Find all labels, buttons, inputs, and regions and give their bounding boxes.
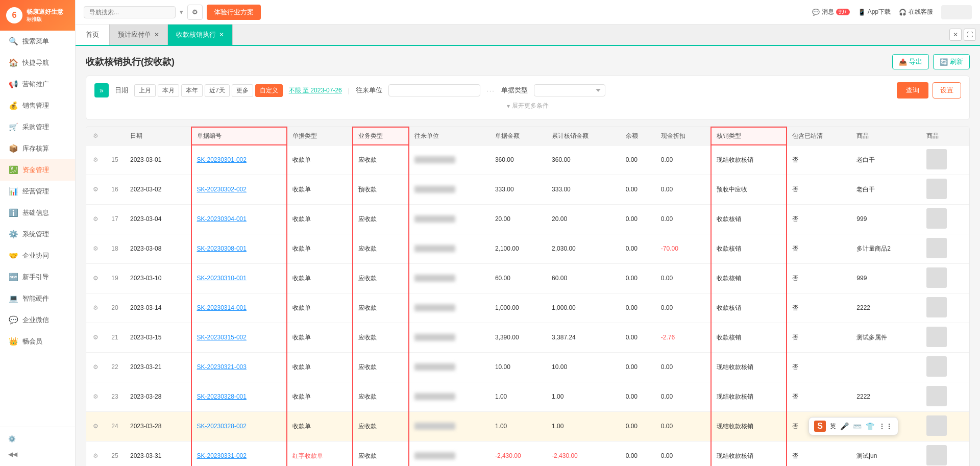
row-doc-no[interactable]: SK-20230301-002 [191,145,287,175]
app-download-button[interactable]: 📱 App下载 [858,8,891,16]
breadcrumb-input[interactable] [84,6,176,18]
filter-date-buttons: 上月 本月 本年 近7天 更多 自定义 [134,84,283,97]
filter-date-last-month[interactable]: 上月 [134,84,156,97]
filter-partner-input[interactable] [388,84,480,96]
row-doc-no[interactable]: SK-20230310-001 [191,263,287,293]
row-doc-no[interactable]: SK-20230328-002 [191,411,287,441]
table-wrapper: ⚙ 日期 单据编号 单据类型 业务类型 往来单位 单据金额 累计核销金额 余额 … [86,127,969,466]
sogou-shirt-icon[interactable]: 👕 [866,422,874,430]
sidebar-item-operation[interactable]: 📊 经营管理 [0,181,75,202]
column-settings-icon[interactable]: ⚙ [93,132,99,139]
sidebar-item-finance[interactable]: 💹 资金管理 [0,159,75,181]
sidebar-collapse-btn[interactable]: ◀◀ [0,447,75,462]
th-biz-type: 业务类型 [353,127,409,145]
sidebar-item-vip[interactable]: 👑 畅会员 [0,331,75,352]
filter-date-7days[interactable]: 近7天 [205,84,230,97]
sidebar-settings-btn[interactable]: ⚙️ [0,431,75,447]
sogou-mic-icon[interactable]: 🎤 [840,422,849,430]
row-biz-type: 应收款 [353,234,409,263]
doc-no-link[interactable]: SK-20230328-002 [197,423,247,430]
message-button[interactable]: 💬 消息 99+ [812,8,850,16]
sogou-keyboard-icon[interactable]: ⌨️ [853,422,862,430]
sidebar-item-quicknav[interactable]: 🏠 快捷导航 [0,52,75,73]
doc-no-link[interactable]: SK-20230302-002 [197,186,247,193]
row-gear[interactable]: ⚙ [86,293,105,323]
doc-no-link[interactable]: SK-20230301-002 [197,156,247,163]
gear-button[interactable]: ⚙ [187,5,203,20]
th-amount: 单据金额 [490,127,547,145]
table-row: ⚙ 19 2023-03-10 SK-20230310-001 收款单 应收款 … [86,263,969,293]
sogou-apps-icon[interactable]: ⋮⋮ [878,422,893,430]
vip-icon: 👑 [8,337,18,346]
row-amount: 333.00 [490,175,547,204]
expand-more-button[interactable]: ▾ 展开更多条件 [507,102,549,110]
row-doc-no[interactable]: SK-20230302-002 [191,175,287,204]
tab-collection-close[interactable]: ✕ [219,31,224,38]
row-gear[interactable]: ⚙ [86,382,105,411]
filter-date-custom[interactable]: 自定义 [255,84,283,97]
sidebar-item-hardware[interactable]: 💻 智能硬件 [0,288,75,309]
filter-settings-button[interactable]: 设置 [933,82,961,99]
sidebar-label-corp: 企业协同 [22,251,49,260]
row-doc-no[interactable]: SK-20230314-001 [191,293,287,323]
row-biz-type: 应收款 [353,323,409,352]
doc-no-link[interactable]: SK-20230304-001 [197,215,247,223]
th-cum-amount: 累计核销金额 [547,127,621,145]
tab-home[interactable]: 首页 [76,24,110,45]
row-gear[interactable]: ⚙ [86,352,105,382]
doc-no-link[interactable]: SK-20230331-002 [197,452,247,459]
row-doc-no[interactable]: SK-20230315-002 [191,323,287,352]
sidebar-item-search[interactable]: 🔍 搜索菜单 [0,31,75,52]
tab-collection[interactable]: 收款核销执行 ✕ [168,24,233,45]
row-doc-no[interactable]: SK-20230328-001 [191,382,287,411]
filter-date-more[interactable]: 更多 [232,84,253,97]
row-doc-no[interactable]: SK-20230321-003 [191,352,287,382]
sidebar-item-marketing[interactable]: 📢 营销推广 [0,73,75,95]
doc-no-link[interactable]: SK-20230328-001 [197,393,247,400]
tab-receivable-label: 预计应付单 [118,30,151,39]
tab-fullscreen-button[interactable]: ⛶ [964,29,976,41]
row-gear[interactable]: ⚙ [86,175,105,204]
sidebar-item-basic[interactable]: ℹ️ 基础信息 [0,202,75,224]
tab-close-all-button[interactable]: ✕ [949,29,962,41]
row-gear[interactable]: ⚙ [86,263,105,293]
service-button[interactable]: 🎧 在线客服 [899,8,933,16]
sidebar-item-guide[interactable]: 🆕 新手引导 [0,266,75,288]
row-doc-no[interactable]: SK-20230304-001 [191,204,287,234]
sidebar-item-wechat[interactable]: 💬 企业微信 [0,309,75,331]
query-button[interactable]: 查询 [897,82,928,99]
sidebar-item-inventory[interactable]: 📦 库存核算 [0,138,75,159]
row-gear[interactable]: ⚙ [86,323,105,352]
tab-receivable[interactable]: 预计应付单 ✕ [110,24,168,45]
industry-solution-button[interactable]: 体验行业方案 [207,5,261,20]
sidebar-item-corp[interactable]: 🤝 企业协同 [0,245,75,266]
row-include-settled: 否 [787,145,851,175]
doc-no-link[interactable]: SK-20230310-001 [197,275,247,282]
doc-no-link[interactable]: SK-20230315-002 [197,334,247,341]
export-icon: 📤 [899,58,907,66]
filter-date-this-month[interactable]: 本月 [158,84,179,97]
row-cancel-type: 预收中应收 [711,175,787,204]
filter-type-select[interactable] [534,84,605,96]
doc-no-link[interactable]: SK-20230321-003 [197,363,247,371]
row-cum-amount: 1.00 [547,411,621,441]
tab-receivable-close[interactable]: ✕ [154,31,159,38]
row-gear[interactable]: ⚙ [86,441,105,466]
row-doc-no[interactable]: SK-20230308-001 [191,234,287,263]
filter-date-this-year[interactable]: 本年 [181,84,203,97]
row-gear[interactable]: ⚙ [86,204,105,234]
sidebar-item-purchase[interactable]: 🛒 采购管理 [0,116,75,138]
sidebar-item-system[interactable]: ⚙️ 系统管理 [0,224,75,245]
row-gear[interactable]: ⚙ [86,145,105,175]
row-gear[interactable]: ⚙ [86,234,105,263]
row-doc-no[interactable]: SK-20230331-002 [191,441,287,466]
export-button[interactable]: 📤 导出 [892,54,929,69]
filter-expand-button[interactable]: » [94,83,109,97]
doc-no-link[interactable]: SK-20230314-001 [197,304,247,311]
doc-no-link[interactable]: SK-20230308-001 [197,245,247,252]
row-gear[interactable]: ⚙ [86,411,105,441]
sidebar-item-sales[interactable]: 💰 销售管理 [0,95,75,116]
row-index: 22 [105,352,125,382]
row-cancel-type: 现结收款核销 [711,411,787,441]
refresh-button[interactable]: 🔄 刷新 [933,54,970,69]
